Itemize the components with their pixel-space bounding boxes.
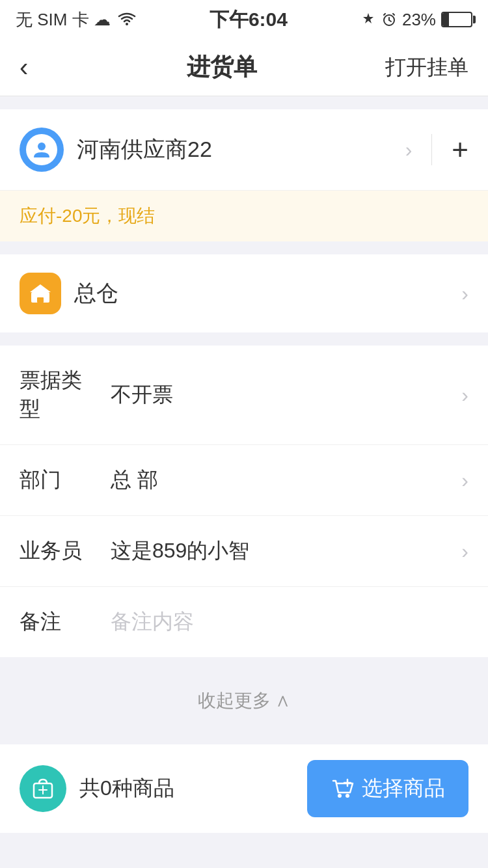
warehouse-name: 总仓 [74,278,461,308]
bottom-bar: 共0种商品 选择商品 [0,744,488,833]
svg-line-3 [389,20,391,21]
notice-banner: 应付-20元，现结 [0,191,488,241]
product-count: 共0种商品 [79,774,307,803]
back-button[interactable]: ‹ [20,53,59,82]
staff-chevron-icon: › [461,539,468,563]
warehouse-row[interactable]: 总仓 › [0,254,488,332]
cart-icon [331,777,354,800]
invoice-type-row[interactable]: 票据类型 不开票 › [0,346,488,445]
sim-label: 无 SIM 卡 ☁ [16,8,111,31]
battery-percent: 23% [402,10,436,30]
collapse-button[interactable]: 收起更多 ∧ [0,670,488,731]
collapse-label: 收起更多 ∧ [198,690,291,711]
location-icon [360,12,376,27]
svg-line-4 [384,14,385,15]
svg-line-5 [393,14,394,15]
select-product-button[interactable]: 选择商品 [307,760,468,817]
warehouse-icon [29,282,52,305]
staff-row[interactable]: 业务员 这是859的小智 › [0,516,488,587]
svg-marker-8 [30,284,51,292]
invoice-value: 不开票 [98,381,461,409]
dept-chevron-icon: › [461,468,468,493]
supplier-chevron-icon: › [405,138,413,162]
status-time: 下午6:04 [210,7,288,33]
open-pending-button[interactable]: 打开挂单 [385,53,468,82]
supplier-card: 河南供应商22 › + 应付-20元，现结 [0,109,488,241]
dept-row[interactable]: 部门 总 部 › [0,445,488,516]
invoice-chevron-icon: › [461,383,468,407]
product-icon-wrap [20,765,66,812]
remark-input[interactable]: 备注内容 [98,608,468,636]
remark-row[interactable]: 备注 备注内容 [0,587,488,657]
form-section: 票据类型 不开票 › 部门 总 部 › 业务员 这是859的小智 › 备注 备注… [0,346,488,657]
divider [431,134,432,165]
dept-value: 总 部 [98,466,461,495]
gap-1 [0,96,488,109]
remark-label: 备注 [20,608,98,636]
nav-bar: ‹ 进货单 打开挂单 [0,39,488,96]
invoice-label: 票据类型 [20,366,98,424]
warehouse-chevron-icon: › [461,282,468,306]
add-supplier-button[interactable]: + [452,135,468,164]
supplier-name: 河南供应商22 [77,135,405,165]
status-left: 无 SIM 卡 ☁ [16,8,137,31]
select-btn-label: 选择商品 [362,774,445,803]
status-bar: 无 SIM 卡 ☁ 下午6:04 23% [0,0,488,39]
status-right: 23% [360,10,472,30]
battery-icon [441,12,472,27]
svg-point-13 [338,794,342,798]
staff-label: 业务员 [20,537,98,565]
notice-text: 应付-20元，现结 [20,206,155,226]
product-icon [30,776,56,802]
page-title: 进货单 [187,51,257,83]
svg-point-6 [38,142,46,150]
wifi-icon [117,12,137,27]
page-background [0,833,488,868]
svg-point-0 [126,23,128,25]
supplier-row[interactable]: 河南供应商22 › + [0,109,488,191]
svg-rect-9 [37,297,44,303]
dept-label: 部门 [20,466,98,495]
person-icon [31,139,52,160]
warehouse-icon-wrap [20,273,61,314]
svg-point-14 [346,794,349,798]
staff-value: 这是859的小智 [98,537,461,565]
alarm-icon [381,12,397,27]
supplier-avatar [20,128,64,172]
